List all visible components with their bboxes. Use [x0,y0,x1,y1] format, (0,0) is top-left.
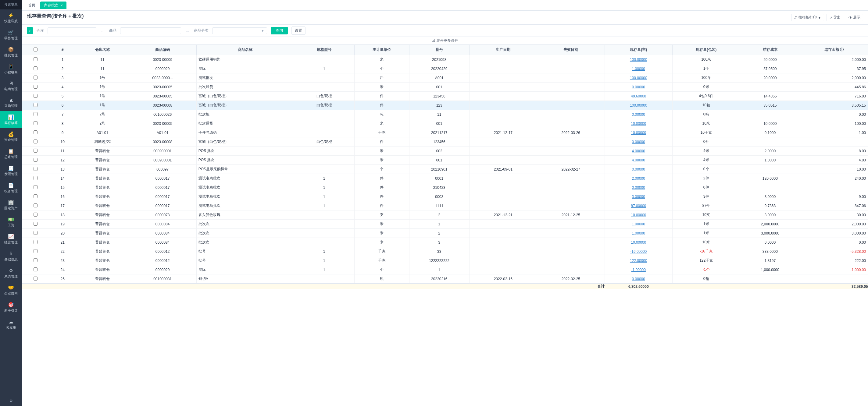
row-check[interactable] [22,201,49,210]
row-qty-main[interactable]: 100.00000 [604,73,672,82]
row-qty-main[interactable]: 0.00000 [604,137,672,146]
row-check[interactable] [22,110,49,119]
sidebar-item-finance[interactable]: 💰 资金管理 [0,128,22,145]
row-check[interactable] [22,146,49,156]
row-qty-main[interactable]: 0.00000 [604,183,672,192]
row-qty-main[interactable]: 0.00000 [604,165,672,174]
filter-expand-btn[interactable]: › [27,27,33,34]
sidebar-settings[interactable]: ⚙ [0,396,22,406]
sidebar-item-quick-nav[interactable]: ⚡ 快捷导航 [0,9,22,27]
row-qty-main[interactable]: 87.00000 [604,201,672,210]
warehouse-input[interactable] [48,27,96,34]
row-check[interactable] [22,174,49,183]
footer-label: 合计 [76,283,605,289]
row-qty-main[interactable]: 4.00000 [604,156,672,165]
row-check[interactable] [22,73,49,82]
row-total-value: 30.00 [800,210,868,219]
row-qty-main[interactable]: 3.00000 [604,192,672,201]
row-qty-main[interactable]: 2.00000 [604,174,672,183]
sidebar-item-general[interactable]: 📋 总账管理 [0,145,22,162]
row-qty-main[interactable]: -16.00000 [604,247,672,256]
row-check[interactable] [22,247,49,256]
sidebar-item-biz-mgmt[interactable]: 📈 经营管理 [0,231,22,248]
top-tabs: 首页 库存批次 ✕ [22,0,868,11]
display-button[interactable]: 👁 展示 [846,14,863,21]
sidebar-item-tax[interactable]: 📄 税务管理 [0,179,22,197]
row-check[interactable] [22,229,49,238]
row-qty-main[interactable]: 10.00000 [604,128,672,137]
row-qty-main[interactable]: 1.00000 [604,219,672,229]
sidebar-item-payroll[interactable]: 💵 工资 [0,213,22,231]
row-qty-main[interactable]: 4.00000 [604,146,672,156]
print-template-button[interactable]: 🖨 按模板打印 ▼ [791,14,824,21]
sidebar-item-mini-ecom[interactable]: 📱 小程电商 [0,61,22,78]
row-qty-main[interactable]: 1.00000 [604,64,672,73]
sidebar-item-fixed-assets[interactable]: 🏢 固定资产 [0,197,22,213]
row-num: 24 [49,265,76,274]
row-prod-date [469,64,537,73]
row-qty-main[interactable]: 0.00000 [604,274,672,284]
row-check[interactable] [22,55,49,64]
row-spec: 白色/奶橙 [294,101,354,110]
row-qty-main[interactable]: 122.00000 [604,256,672,265]
goods-input[interactable] [120,27,181,34]
row-check[interactable] [22,64,49,73]
sidebar-item-wholesale[interactable]: 📦 批发管理 [0,43,22,61]
row-check[interactable] [22,119,49,128]
tab-close-icon[interactable]: ✕ [60,4,63,7]
sidebar-search[interactable]: 搜索菜单 [0,0,22,9]
row-qty-main[interactable]: 10.00000 [604,210,672,219]
tab-home[interactable]: 首页 [24,2,39,9]
row-check[interactable] [22,274,49,284]
inventory-table-container[interactable]: # 仓库名称 商品编码 商品名称 规格型号 主计量单位 批号 生产日期 失效日期… [22,45,868,406]
row-check[interactable] [22,238,49,247]
row-check[interactable] [22,183,49,192]
row-exp-date: 2022-02-25 [537,274,604,284]
row-check[interactable] [22,128,49,137]
select-all-checkbox[interactable] [34,47,37,52]
row-qty-main[interactable]: -1.00000 [604,265,672,274]
row-check[interactable] [22,192,49,201]
sidebar-item-new-guide[interactable]: 🎯 新手引导 [0,299,22,316]
sidebar-item-cloud-app[interactable]: ☁ 云应用 [0,316,22,333]
row-qty-main[interactable]: 0.00000 [604,110,672,119]
th-check[interactable] [22,45,49,55]
sidebar-item-retail[interactable]: 🛒 零售管理 [0,27,22,43]
row-unit-cost: 1.8197 [740,256,800,265]
sidebar-item-basic-info[interactable]: ℹ 基础信息 [0,248,22,265]
sidebar-item-invoice[interactable]: 🧾 发票管理 [0,162,22,179]
row-check[interactable] [22,219,49,229]
sidebar-item-sys-mgmt[interactable]: ⚙ 系统管理 [0,265,22,282]
row-qty-main[interactable]: 100.00000 [604,101,672,110]
sidebar-item-inventory[interactable]: 📊 库存核算 [0,111,22,128]
row-qty-stock: 4米 [672,156,740,165]
row-check[interactable] [22,92,49,101]
row-check[interactable] [22,256,49,265]
row-name: 批号 [196,256,294,265]
row-qty-main[interactable]: 0.00000 [604,82,672,92]
row-qty-stock: 0件 [672,183,740,192]
row-check[interactable] [22,156,49,165]
row-qty-main[interactable]: 49.60000 [604,92,672,101]
export-button[interactable]: ↗ 导出 [827,14,843,21]
row-check[interactable] [22,137,49,146]
row-check[interactable] [22,265,49,274]
sidebar-item-ecom[interactable]: 🖥 电商管理 [0,78,22,94]
row-qty-main[interactable]: 10.00000 [604,238,672,247]
sidebar-item-purchase[interactable]: 🛍 采购管理 [0,94,22,111]
row-check[interactable] [22,82,49,92]
expand-conditions-btn[interactable]: ☑ 展开更多条件 [432,38,458,43]
row-qty-main[interactable]: 100.00000 [604,55,672,64]
sidebar-item-collab[interactable]: 🤝 企业协同 [0,282,22,299]
search-button[interactable]: 查询 [271,27,288,34]
row-exp-date [537,247,604,256]
setting-button[interactable]: 设置 [291,27,306,35]
row-check[interactable] [22,165,49,174]
tab-inventory-batch[interactable]: 库存批次 ✕ [40,2,66,9]
row-qty-main[interactable]: 1.00000 [604,229,672,238]
row-check[interactable] [22,101,49,110]
row-check[interactable] [22,210,49,219]
row-qty-main[interactable]: 10.00000 [604,119,672,128]
category-select[interactable]: ▼ [212,27,267,34]
invoice-icon: 🧾 [8,165,14,171]
